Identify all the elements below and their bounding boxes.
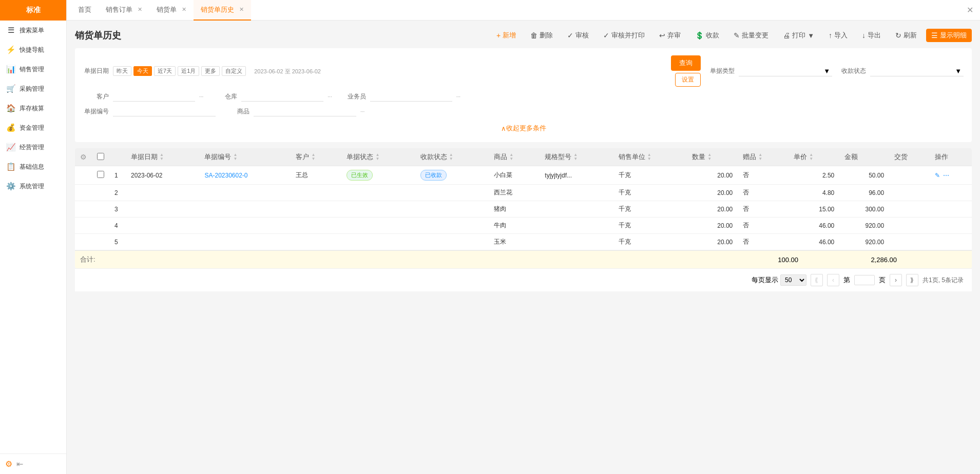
unit-price-cell: 46.00 [789,234,839,250]
collect-status-select[interactable]: ▼ [870,66,964,76]
tab-sales-order[interactable]: 销售订单 ✕ [99,0,149,21]
tab-sales-order-close[interactable]: ✕ [138,6,142,13]
checkbox-cell[interactable] [92,166,109,185]
delete-icon: 🗑 [530,31,537,40]
audit-button[interactable]: ✓ 审核 [562,29,594,42]
batch-change-button[interactable]: ✎ 批量变更 [728,29,774,42]
date-btn-custom[interactable]: 自定义 [222,66,246,76]
sidebar-item-purchase-mgmt[interactable]: 🛒 采购管理 [0,79,66,98]
date-btn-7days[interactable]: 近7天 [154,66,176,76]
sidebar-settings-icon[interactable]: ⚙ [5,459,12,469]
filter-goods: 商品 ··· [224,107,364,116]
th-qty[interactable]: 数量 ▲▼ [687,148,738,166]
export-button[interactable]: ↓ 导出 [857,29,886,42]
doc-no-cell[interactable] [199,185,291,201]
warehouse-dot[interactable]: ··· [328,94,332,100]
goods-input[interactable] [254,107,356,116]
tab-home[interactable]: 首页 [71,0,99,21]
tab-sales-history-close[interactable]: ✕ [239,6,244,13]
date-btn-1month[interactable]: 近1月 [178,66,199,76]
audit-print-button[interactable]: ✓ 审核并打印 [598,29,650,42]
collect-button[interactable]: 💲 收款 [690,29,724,42]
customer-input[interactable] [113,92,195,102]
date-btn-today[interactable]: 今天 [133,66,152,76]
sales-person-dot[interactable]: ··· [456,94,460,100]
sidebar-item-sales-mgmt[interactable]: 📊 销售管理 [0,60,66,79]
per-page-label: 每页显示 [752,275,778,285]
warehouse-input[interactable] [241,92,323,102]
doc-date-cell: 2023-06-02 [126,166,199,185]
sidebar-label-quick-nav: 快捷导航 [20,46,44,54]
collect-status-label: 收款状态 [840,67,866,75]
goods-dot[interactable]: ··· [360,109,364,114]
date-btn-yesterday[interactable]: 昨天 [113,66,131,76]
filter-settings-button[interactable]: 设置 [675,73,701,87]
new-button[interactable]: + 新增 [491,29,521,42]
display-detail-button[interactable]: ☰ 显示明细 [926,29,972,42]
new-icon: + [496,31,501,40]
th-doc-date[interactable]: 单据日期 ▲▼ [126,148,199,166]
tab-sales-delivery-close[interactable]: ✕ [182,6,186,13]
select-all-checkbox[interactable] [97,153,104,160]
last-page-button[interactable]: ⟫ [906,274,918,286]
window-close-button[interactable]: ✕ [964,4,976,16]
th-gift[interactable]: 赠品 ▲▼ [738,148,789,166]
th-checkbox[interactable] [92,148,109,166]
doc-type-select[interactable]: ▼ [739,66,832,76]
query-button[interactable]: 查询 [671,55,701,71]
sidebar-item-inventory[interactable]: 🏠 库存核算 [0,98,66,118]
column-settings-icon[interactable]: ⚙ [80,153,87,161]
checkbox-cell[interactable] [92,234,109,250]
date-btn-more[interactable]: 更多 [201,66,220,76]
more-link[interactable]: ⋯ [943,172,949,179]
abandon-button[interactable]: ↩ 弃审 [654,29,686,42]
doc-no-cell[interactable]: SA-20230602-0 [199,166,291,185]
sidebar-item-ops-mgmt[interactable]: 📈 经营管理 [0,137,66,157]
row-checkbox[interactable] [97,171,104,178]
import-button[interactable]: ↑ 导入 [823,29,853,42]
page-number-input[interactable]: 1 [854,275,875,285]
sidebar-item-search-menu[interactable]: ☰ 搜索菜单 [0,21,66,40]
collapse-button[interactable]: ∧ 收起更多条件 [499,122,548,135]
doc-no-cell[interactable] [199,234,291,250]
th-unit-price[interactable]: 单价 ▲▼ [789,148,839,166]
sidebar-item-finance-mgmt[interactable]: 💰 资金管理 [0,118,66,137]
print-button[interactable]: 🖨 打印 ▼ [778,29,819,42]
pagination: 每页显示 50 100 200 ⟪ ‹ 第 1 页 › ⟫ 共1页, 5条记录 [75,268,972,291]
tab-sales-delivery[interactable]: 销货单 ✕ [149,0,194,21]
sidebar-collapse-icon[interactable]: ⇤ [16,459,23,469]
doc-no-cell[interactable] [199,201,291,218]
first-page-button[interactable]: ⟪ [811,274,823,286]
doc-no-link[interactable]: SA-20230602-0 [204,172,247,179]
unit-cell: 千克 [613,218,687,234]
customer-label: 客户 [83,92,109,101]
sales-person-input[interactable] [370,92,452,102]
per-page-dropdown[interactable]: 50 100 200 [780,274,806,286]
unit-price-cell: 2.50 [789,166,839,185]
th-unit[interactable]: 销售单位 ▲▼ [613,148,687,166]
th-goods[interactable]: 商品 ▲▼ [489,148,540,166]
checkbox-cell[interactable] [92,201,109,218]
th-collect-status[interactable]: 收款状态 ▲▼ [415,148,489,166]
th-spec-type[interactable]: 规格型号 ▲▼ [540,148,613,166]
th-settings[interactable]: ⚙ [75,148,92,166]
sidebar-item-quick-nav[interactable]: ⚡ 快捷导航 [0,40,66,60]
prev-page-button[interactable]: ‹ [827,274,839,286]
customer-dot[interactable]: ··· [199,94,203,100]
delete-button[interactable]: 🗑 删除 [525,29,558,42]
refresh-button[interactable]: ↻ 刷新 [890,29,922,42]
sidebar-item-basic-info[interactable]: 📋 基础信息 [0,157,66,176]
next-page-button[interactable]: › [890,274,902,286]
sidebar-item-system-mgmt[interactable]: ⚙️ 系统管理 [0,176,66,196]
th-customer[interactable]: 客户 ▲▼ [291,148,341,166]
checkbox-cell[interactable] [92,218,109,234]
doc-no-cell[interactable] [199,218,291,234]
sidebar: 标准 ☰ 搜索菜单 ⚡ 快捷导航 📊 销售管理 🛒 采购管理 🏠 库存核算 💰 … [0,0,67,474]
tab-sales-history[interactable]: 销货单历史 ✕ [194,0,251,21]
page-header: 销货单历史 + 新增 🗑 删除 ✓ 审核 ✓ 审核并打印 [75,29,972,42]
th-doc-status[interactable]: 单据状态 ▲▼ [341,148,415,166]
doc-no-input[interactable] [113,107,216,116]
checkbox-cell[interactable] [92,185,109,201]
edit-link[interactable]: ✎ [935,172,940,179]
th-doc-no[interactable]: 单据编号 ▲▼ [199,148,291,166]
